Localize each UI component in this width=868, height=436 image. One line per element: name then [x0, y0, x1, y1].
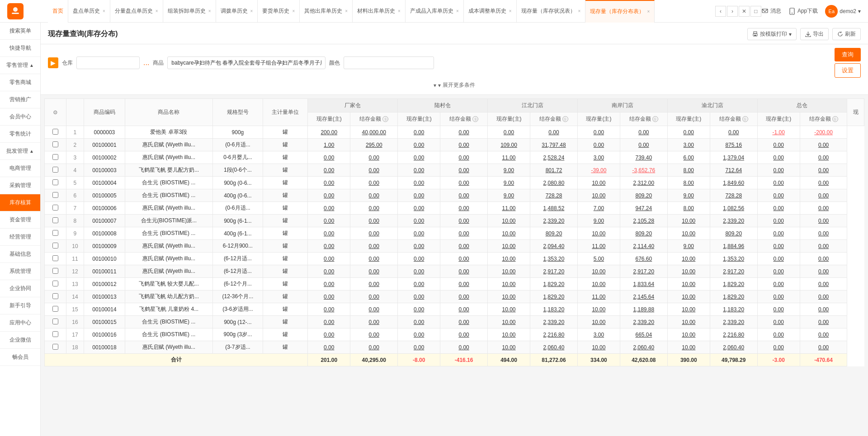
row-checkbox[interactable] — [52, 205, 58, 211]
cell-value[interactable]: 10.00 — [682, 344, 695, 351]
settings-gear-icon[interactable]: ⚙ — [51, 108, 60, 117]
cell-value[interactable]: 0.00 — [369, 281, 379, 287]
cell-value[interactable]: 10.00 — [592, 344, 605, 351]
cell-value[interactable]: 0.00 — [773, 167, 783, 173]
cell-value[interactable]: 0.00 — [818, 243, 829, 249]
cell-value[interactable]: 0.00 — [369, 167, 379, 173]
cell-value[interactable]: 0.00 — [414, 319, 424, 325]
cell-value[interactable]: 2,339.20 — [633, 319, 654, 325]
cell-value[interactable]: 0.00 — [414, 332, 424, 338]
cell-value[interactable]: 0.00 — [458, 243, 469, 249]
table-cell[interactable] — [45, 328, 66, 341]
cell-value[interactable]: 801.72 — [546, 167, 562, 173]
cell-value[interactable]: 0.00 — [324, 167, 334, 173]
cell-value[interactable]: 0.00 — [818, 268, 829, 275]
cell-value[interactable]: 2,528.24 — [543, 155, 565, 161]
cell-value[interactable]: 0.00 — [369, 180, 379, 186]
nav-tab-[interactable]: 产成品入库单历史× — [406, 0, 464, 23]
cell-value[interactable]: 0.00 — [369, 319, 379, 325]
cell-value[interactable]: 0.00 — [369, 268, 379, 275]
close-tab-icon[interactable]: × — [647, 9, 650, 14]
cell-value[interactable]: 1,829.20 — [543, 281, 565, 287]
sidebar-item-[interactable]: 经营管理 — [0, 229, 40, 246]
cell-value[interactable]: 0.00 — [773, 142, 783, 148]
cell-value[interactable]: 0.00 — [638, 142, 649, 148]
sidebar-item-[interactable]: 系统管理 — [0, 263, 40, 280]
cell-value[interactable]: 0.00 — [324, 344, 334, 351]
cell-value[interactable]: 0.00 — [818, 155, 829, 161]
sidebar-item-[interactable]: 畅会员 — [0, 349, 40, 366]
cell-value[interactable]: 8.00 — [684, 205, 694, 211]
cell-value[interactable]: 0.00 — [773, 192, 783, 199]
nav-tab-[interactable]: 现存量（库存状况表）× — [517, 0, 586, 23]
cell-value[interactable]: 1,884.96 — [723, 243, 744, 249]
cell-value[interactable]: 0.00 — [458, 155, 469, 161]
cell-value[interactable]: 0.00 — [458, 294, 469, 300]
cell-value[interactable]: 11.00 — [502, 205, 516, 211]
cell-value[interactable]: 0.00 — [369, 344, 379, 351]
cell-value[interactable]: 0.00 — [414, 230, 424, 237]
sidebar-item-[interactable]: 批发管理▲ — [0, 143, 40, 160]
cell-value[interactable]: 1,833.64 — [633, 281, 654, 287]
cell-value[interactable]: 0.00 — [773, 256, 783, 262]
cell-value[interactable]: 295.00 — [366, 142, 382, 148]
cell-value[interactable]: 9.00 — [504, 167, 514, 173]
tab-close-btn[interactable]: ✕ — [739, 6, 750, 17]
cell-value[interactable]: 0.00 — [414, 205, 424, 211]
col-settings-header[interactable]: ⚙ — [45, 99, 66, 126]
row-checkbox[interactable] — [52, 293, 58, 299]
row-checkbox[interactable] — [52, 268, 58, 274]
cell-value[interactable]: 10.00 — [502, 344, 516, 351]
cell-value[interactable]: 2,060.40 — [543, 344, 565, 351]
print-btn[interactable]: 按模版打印 ▾ — [747, 28, 797, 40]
cell-value[interactable]: 0.00 — [594, 142, 604, 148]
cell-value[interactable]: 2,917.20 — [633, 268, 654, 275]
cell-value[interactable]: 2,339.20 — [543, 319, 565, 325]
cell-value[interactable]: 0.00 — [458, 180, 469, 186]
filter-expand-btn[interactable]: ▶ — [48, 57, 58, 68]
cell-value[interactable]: 2,339.20 — [543, 218, 565, 224]
cell-value[interactable]: 0.00 — [773, 218, 783, 224]
cell-value[interactable]: 9.00 — [504, 192, 514, 199]
cell-value[interactable]: 0.00 — [414, 344, 424, 351]
cell-value[interactable]: 0.00 — [369, 294, 379, 300]
app-download-btn[interactable]: App下载 — [788, 7, 818, 15]
cell-value[interactable]: 2,339.20 — [723, 218, 744, 224]
cell-value[interactable]: 0.00 — [414, 294, 424, 300]
sidebar-item-[interactable]: 企业微信 — [0, 332, 40, 349]
sidebar-item-[interactable]: 零售统计 — [0, 126, 40, 143]
cell-value[interactable]: 10.00 — [592, 306, 605, 313]
cell-value[interactable]: 10.00 — [502, 218, 516, 224]
nav-tab-[interactable]: 首页 — [48, 0, 68, 23]
cell-value[interactable]: 10.00 — [682, 319, 695, 325]
cell-value[interactable]: 109.00 — [500, 142, 517, 148]
cell-value[interactable]: -1.00 — [772, 129, 784, 136]
cell-value[interactable]: 2,216.80 — [723, 332, 744, 338]
nav-tab-[interactable]: 现存量（库存分布表）× — [585, 0, 655, 23]
tab-menu-btn[interactable]: □ — [750, 6, 761, 17]
cell-value[interactable]: 728.28 — [546, 192, 562, 199]
row-checkbox[interactable] — [52, 344, 58, 350]
cell-value[interactable]: 0.00 — [458, 344, 469, 351]
cell-value[interactable]: 0.00 — [818, 294, 829, 300]
cell-value[interactable]: 1,183.20 — [723, 306, 744, 313]
nav-tab-[interactable]: 组装拆卸单历史× — [163, 0, 216, 23]
cell-value[interactable]: 0.00 — [369, 218, 379, 224]
cell-value[interactable]: 0.00 — [458, 319, 469, 325]
cell-value[interactable]: 0.00 — [324, 205, 334, 211]
cell-value[interactable]: 9.00 — [504, 180, 514, 186]
cell-value[interactable]: 0.00 — [324, 319, 334, 325]
row-checkbox[interactable] — [52, 306, 58, 312]
table-container[interactable]: ⚙ 商品编码 商品名称 规格型号 主计量单位 厂家仓 陆村仓 江北门店 南岸门店… — [41, 95, 868, 436]
cell-value[interactable]: 0.00 — [369, 155, 379, 161]
cell-value[interactable]: 2,339.20 — [723, 319, 744, 325]
cell-value[interactable]: 8.00 — [684, 180, 694, 186]
cell-value[interactable]: 9.00 — [594, 218, 604, 224]
sidebar-item-[interactable]: 资金管理 — [0, 211, 40, 229]
table-cell[interactable] — [45, 189, 66, 202]
sidebar-item-[interactable]: 快捷导航 — [0, 40, 40, 57]
cell-value[interactable]: 2,080.80 — [543, 180, 565, 186]
close-tab-icon[interactable]: × — [292, 9, 295, 14]
cell-value[interactable]: 0.00 — [458, 142, 469, 148]
sidebar-item-[interactable]: 营销推广 — [0, 91, 40, 108]
